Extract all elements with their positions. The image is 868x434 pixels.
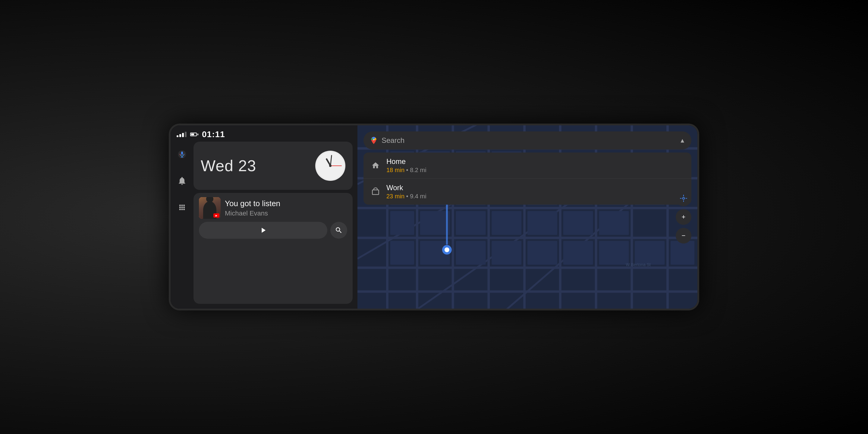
- minute-hand: [330, 155, 332, 166]
- home-separator: •: [406, 167, 410, 173]
- work-name: Work: [386, 184, 685, 192]
- map-panel[interactable]: 22nd Ave N W Winchester St W Bertona St …: [358, 125, 698, 309]
- clock-center: [329, 164, 332, 167]
- svg-rect-51: [390, 241, 414, 265]
- svg-point-6: [183, 205, 185, 206]
- maps-pin-icon: [370, 136, 378, 145]
- battery-body: [190, 133, 197, 136]
- svg-rect-55: [527, 241, 557, 265]
- zoom-out-button[interactable]: −: [676, 228, 691, 244]
- music-info-row: You got to listen Michael Evans: [199, 197, 347, 219]
- time-display: 01:11: [202, 130, 225, 139]
- zoom-in-button[interactable]: +: [676, 209, 691, 225]
- work-svg-icon: [371, 187, 380, 196]
- notifications-button[interactable]: [174, 173, 190, 189]
- svg-rect-43: [492, 211, 521, 235]
- search-icon: [335, 226, 343, 234]
- home-info: Home 18 min • 8.2 mi: [386, 157, 685, 174]
- play-icon: [259, 226, 267, 235]
- destination-cards: Home 18 min • 8.2 mi: [364, 153, 691, 205]
- home-icon: [370, 159, 381, 172]
- svg-rect-53: [456, 241, 486, 265]
- svg-point-65: [444, 247, 450, 252]
- zoom-out-label: −: [682, 232, 686, 240]
- person-head: [206, 197, 213, 203]
- work-destination[interactable]: Work 23 min • 9.4 mi: [364, 179, 691, 205]
- svg-rect-56: [563, 241, 593, 265]
- signal-bar-4: [185, 132, 187, 137]
- svg-rect-46: [599, 211, 629, 235]
- svg-point-67: [683, 197, 685, 199]
- my-location-button[interactable]: [676, 190, 691, 206]
- svg-rect-58: [635, 241, 664, 265]
- music-card: You got to listen Michael Evans: [193, 193, 352, 304]
- date-clock-card: Wed 23: [193, 142, 352, 190]
- home-distance: 8.2 mi: [410, 167, 426, 173]
- work-details: 23 min • 9.4 mi: [386, 193, 685, 200]
- battery-fill: [191, 133, 194, 135]
- music-artist: Michael Evans: [225, 210, 347, 217]
- music-title: You got to listen: [225, 199, 347, 208]
- search-text: Search: [381, 136, 676, 145]
- svg-point-4: [179, 205, 181, 206]
- home-svg-icon: [371, 161, 380, 170]
- work-distance: 9.4 mi: [410, 193, 426, 199]
- signal-bar-1: [177, 135, 179, 137]
- svg-point-9: [183, 207, 185, 208]
- svg-rect-41: [420, 211, 450, 235]
- music-text: You got to listen Michael Evans: [225, 199, 347, 217]
- music-controls: [199, 222, 347, 239]
- svg-point-11: [181, 209, 183, 210]
- svg-point-10: [179, 209, 181, 210]
- app-launcher-button[interactable]: [174, 199, 190, 215]
- chevron-up-icon: ▲: [679, 137, 685, 144]
- second-hand: [330, 165, 342, 166]
- svg-point-12: [183, 209, 185, 210]
- left-content: Wed 23: [170, 142, 358, 309]
- navigation-overlay: Search ▲ Home 18 min •: [364, 131, 691, 205]
- bell-icon: [177, 176, 187, 186]
- work-time: 23 min: [386, 193, 404, 199]
- music-search-button[interactable]: [330, 222, 347, 239]
- svg-rect-40: [390, 211, 414, 235]
- zoom-in-label: +: [682, 213, 686, 221]
- home-details: 18 min • 8.2 mi: [386, 167, 685, 174]
- mic-icon: [177, 150, 187, 159]
- status-bar: 01:11: [170, 125, 358, 142]
- cards-area: Wed 23: [193, 142, 358, 309]
- sidebar: [170, 142, 193, 309]
- assistant-button[interactable]: [174, 147, 190, 162]
- android-auto-screen: 01:11: [169, 124, 699, 310]
- album-art: [199, 197, 221, 219]
- search-bar[interactable]: Search ▲: [364, 131, 691, 150]
- signal-bar-3: [182, 133, 184, 137]
- home-destination[interactable]: Home 18 min • 8.2 mi: [364, 153, 691, 179]
- map-controls: + −: [676, 190, 691, 244]
- signal-icon: [177, 132, 187, 137]
- svg-rect-54: [492, 241, 521, 265]
- youtube-music-badge: [213, 213, 219, 218]
- work-info: Work 23 min • 9.4 mi: [386, 184, 685, 200]
- svg-text:W Bertona St: W Bertona St: [626, 262, 651, 267]
- work-icon: [370, 186, 381, 198]
- left-panel: 01:11: [170, 125, 358, 309]
- battery-icon: [190, 133, 198, 136]
- date-text: Wed 23: [201, 157, 256, 175]
- home-time: 18 min: [386, 167, 404, 173]
- work-separator: •: [406, 193, 410, 199]
- clock-face: [315, 151, 345, 181]
- signal-bar-2: [179, 134, 181, 137]
- battery-cap: [197, 133, 198, 135]
- svg-rect-57: [599, 241, 629, 265]
- svg-point-8: [181, 207, 183, 208]
- svg-rect-1: [181, 152, 183, 155]
- grid-icon: [177, 203, 187, 212]
- home-name: Home: [386, 157, 685, 166]
- svg-rect-44: [527, 211, 557, 235]
- play-button[interactable]: [199, 222, 327, 239]
- svg-rect-42: [456, 211, 486, 235]
- location-icon: [680, 194, 687, 202]
- svg-point-7: [179, 207, 181, 208]
- svg-point-5: [181, 205, 183, 206]
- svg-rect-59: [671, 241, 694, 265]
